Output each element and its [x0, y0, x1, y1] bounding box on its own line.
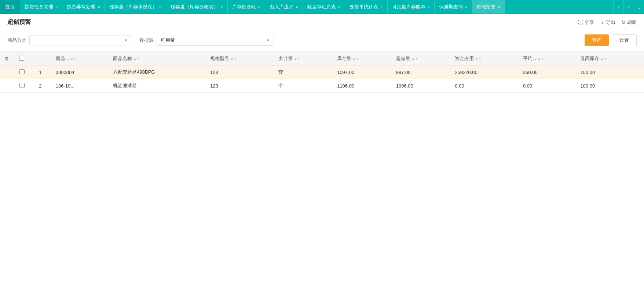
filter-datasource: 数据源 可用量 ▼: [139, 35, 274, 46]
nav-tab-7-close[interactable]: ×: [380, 5, 383, 9]
nav-tab-10-label: 超储预警: [476, 4, 495, 10]
row-overstock-1: 997.00: [392, 66, 451, 79]
nav-tab-4[interactable]: 库存批次账 ×: [228, 0, 265, 14]
nav-menu-arrow[interactable]: ⌄: [634, 0, 644, 14]
datasource-dropdown-icon: ▼: [266, 38, 270, 42]
datasource-select[interactable]: 可用量 ▼: [157, 35, 274, 46]
col-header-product-name[interactable]: 商品名称▲▼: [109, 52, 206, 66]
share-label: 分享: [585, 19, 594, 26]
nav-tab-8[interactable]: 可用量库存账本 ×: [388, 0, 435, 14]
nav-tab-2[interactable]: 现存量（库存状况表） ×: [105, 0, 166, 14]
col-header-overstock[interactable]: 超储量▲▼: [392, 52, 451, 66]
row-settings-2: [0, 79, 15, 93]
filter-actions: 查询 设置: [585, 34, 637, 46]
row-spec-2: 123: [206, 79, 274, 93]
nav-tab-10[interactable]: 超储预警 ×: [472, 0, 505, 14]
col-header-spec[interactable]: 规格型号▲▼: [206, 52, 274, 66]
refresh-label: 刷新: [627, 19, 637, 26]
share-button[interactable]: ⛶ 分享: [578, 19, 594, 26]
row-stock-2: 1106.00: [333, 79, 392, 93]
nav-tab-0[interactable]: 拣货任务管理 ×: [20, 0, 62, 14]
nav-next-arrow[interactable]: ›: [623, 0, 634, 14]
col-header-unit[interactable]: 主计量▲▼: [274, 52, 333, 66]
sort-icon-capital: ▲▼: [475, 57, 482, 60]
col-header-avg[interactable]: 平均...▲▼: [519, 52, 576, 66]
table-row: 2 186-10... 机油滤清器 123 个 1106.00 1006.00 …: [0, 79, 644, 93]
category-select-text: [33, 38, 35, 43]
nav-tab-0-label: 拣货任务管理: [25, 4, 53, 10]
nav-tab-3-close[interactable]: ×: [220, 5, 223, 9]
row-checkbox-2: [15, 79, 29, 93]
nav-arrows: ‹ › ⌄: [613, 0, 644, 14]
category-dropdown-icon: ▼: [124, 38, 128, 42]
nav-prev-arrow[interactable]: ‹: [613, 0, 623, 14]
col-header-index: [29, 52, 51, 66]
table-row: 1 0000004 六配套新昌490BPG 123 套 1097.00 997.…: [0, 66, 644, 79]
row-capital-1: 259220.00: [450, 66, 519, 79]
sort-icon-unit: ▲▼: [294, 57, 300, 60]
sort-icon-product-code: ▲▼: [70, 57, 77, 60]
nav-tab-1-label: 拣货异常处理: [67, 4, 95, 10]
row-product-name-2: 机油滤清器: [109, 79, 206, 93]
sort-icon-max-stock: ▲▼: [600, 57, 607, 60]
nav-tab-3[interactable]: 现存量（库存分布表） ×: [166, 0, 227, 14]
row-stock-1: 1097.00: [333, 66, 392, 79]
table-container: ⚙ 商品...▲▼ 商品名称▲▼ 规格型号▲▼ 主计量▲▼: [0, 52, 644, 93]
sort-icon-product-name: ▲▼: [133, 57, 140, 60]
row-overstock-2: 1006.00: [392, 79, 451, 93]
nav-tab-6-close[interactable]: ×: [338, 5, 340, 9]
nav-tab-2-close[interactable]: ×: [159, 5, 161, 9]
row-settings-1: [0, 66, 15, 79]
row-product-name-1: 六配套新昌490BPG: [109, 66, 206, 79]
nav-tab-6[interactable]: 收发存汇总表 ×: [303, 0, 345, 14]
row-2-checkbox[interactable]: [19, 83, 25, 88]
sort-icon-stock: ▲▼: [352, 57, 359, 60]
row-checkbox-1: [15, 66, 29, 79]
table-body: 1 0000004 六配套新昌490BPG 123 套 1097.00 997.…: [0, 66, 644, 93]
col-header-max-stock[interactable]: 最高库存▲▼: [576, 52, 644, 66]
nav-tab-9-label: 保质期查询: [439, 4, 463, 10]
row-index-1: 1: [29, 66, 51, 79]
col-header-stock[interactable]: 库存量▲▼: [333, 52, 392, 66]
export-button[interactable]: ⤓ 导出: [600, 19, 615, 26]
nav-tab-9-close[interactable]: ×: [465, 5, 467, 9]
header-actions: ⛶ 分享 ⤓ 导出 ↻ 刷新: [578, 19, 637, 26]
export-label: 导出: [606, 19, 615, 26]
row-product-code-1: 0000004: [51, 66, 109, 79]
nav-tab-0-close[interactable]: ×: [55, 5, 58, 9]
share-icon: ⛶: [578, 19, 583, 25]
sort-icon-overstock: ▲▼: [411, 57, 418, 60]
nav-tab-3-label: 现存量（库存分布表）: [171, 4, 218, 10]
nav-tab-8-close[interactable]: ×: [428, 5, 430, 9]
nav-tab-5[interactable]: 出入库流水 ×: [265, 0, 303, 14]
settings-gear-icon[interactable]: ⚙: [4, 56, 9, 62]
query-button[interactable]: 查询: [585, 34, 609, 46]
nav-tab-7-label: 要货单统计表: [350, 4, 378, 10]
nav-tab-4-close[interactable]: ×: [258, 5, 260, 9]
select-all-checkbox[interactable]: [19, 56, 24, 61]
nav-tab-4-label: 库存批次账: [232, 4, 256, 10]
datasource-label: 数据源: [139, 37, 154, 44]
row-1-checkbox[interactable]: [19, 69, 25, 74]
filter-category: 商品分类 ▼: [7, 36, 132, 45]
category-label: 商品分类: [7, 37, 26, 44]
nav-tab-1-close[interactable]: ×: [98, 5, 100, 9]
home-label: 首页: [5, 4, 15, 10]
nav-tab-9[interactable]: 保质期查询 ×: [435, 0, 472, 14]
nav-tab-5-close[interactable]: ×: [296, 5, 298, 9]
nav-tab-7[interactable]: 要货单统计表 ×: [345, 0, 387, 14]
col-header-product-code[interactable]: 商品...▲▼: [51, 52, 109, 66]
col-header-capital[interactable]: 资金占用▲▼: [450, 52, 519, 66]
sort-icon-spec: ▲▼: [230, 57, 237, 60]
settings-button[interactable]: 设置: [612, 34, 637, 46]
row-index-2: 2: [29, 79, 51, 93]
category-select[interactable]: ▼: [29, 36, 132, 45]
row-avg-1: 260.00: [519, 66, 576, 79]
data-table: ⚙ 商品...▲▼ 商品名称▲▼ 规格型号▲▼ 主计量▲▼: [0, 52, 644, 93]
nav-tab-2-label: 现存量（库存状况表）: [109, 4, 157, 10]
nav-tab-1[interactable]: 拣货异常处理 ×: [62, 0, 105, 14]
nav-home[interactable]: 首页: [0, 0, 20, 14]
nav-tab-10-close[interactable]: ×: [498, 5, 500, 9]
refresh-button[interactable]: ↻ 刷新: [621, 19, 637, 26]
row-spec-1: 123: [206, 66, 274, 79]
